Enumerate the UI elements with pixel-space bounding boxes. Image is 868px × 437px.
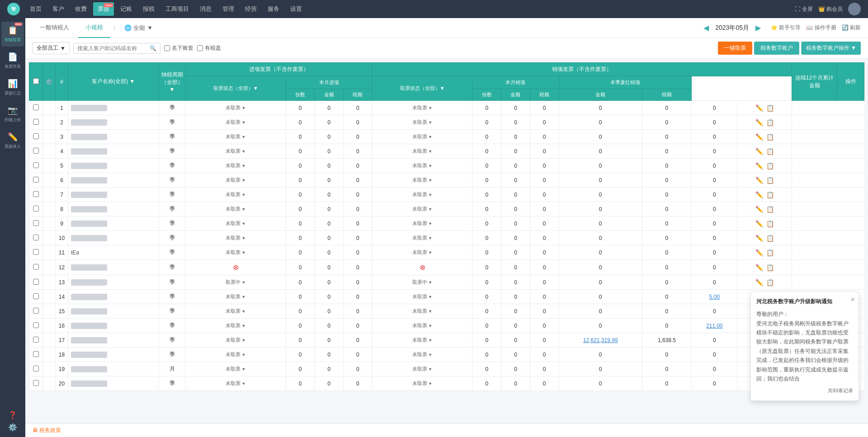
th-settings[interactable]: ⚙️ [43, 63, 56, 101]
row-income-status-cell[interactable]: 未取票 ▼ [186, 348, 286, 362]
row-income-status-cell[interactable]: 未取票 ▼ [186, 290, 286, 304]
row-cumulative-cell[interactable]: 0 [691, 304, 737, 319]
sidebar-item-invoice-entry[interactable]: ✏️ 票据录入 [1, 128, 24, 153]
row-cumulative-cell[interactable]: 0 [691, 101, 737, 115]
edit-btn[interactable]: ✏️ [755, 177, 763, 184]
refresh-btn[interactable]: 🔄 刷新 [842, 24, 861, 32]
nav-ticket[interactable]: 票据 new [93, 2, 114, 16]
copy-btn[interactable]: 📋 [766, 249, 774, 256]
row-sales-status-cell[interactable]: 未取票 ▼ [372, 362, 472, 376]
row-checkbox-cell[interactable] [29, 290, 43, 304]
row-cumulative-cell[interactable]: 0 [691, 115, 737, 130]
row-checkbox[interactable] [33, 308, 39, 314]
client-search-input[interactable] [77, 45, 150, 52]
row-sales-status-cell[interactable]: 未取票 ▼ [372, 202, 472, 216]
row-income-status-cell[interactable]: 未取票 ▼ [186, 188, 286, 202]
row-client-name-cell[interactable] [68, 216, 159, 231]
row-checkbox[interactable] [33, 279, 39, 285]
row-sales-status-cell[interactable]: 未取票 ▼ [372, 348, 472, 362]
row-income-status-cell[interactable]: 取票中 ▼ [186, 275, 286, 290]
sidebar-item-scan-upload[interactable]: 📷 扫描上传 [1, 102, 24, 127]
row-cumulative-cell[interactable]: 0 [691, 144, 737, 159]
row-cumulative-cell[interactable]: 0 [691, 362, 737, 376]
sub-account-checkbox-label[interactable]: 名下账套 [164, 44, 193, 52]
row-client-name-cell[interactable] [68, 304, 159, 319]
row-income-status-cell[interactable]: 未取票 ▼ [186, 202, 286, 216]
tax-policy-link[interactable]: 🏛 税务政策 [33, 427, 61, 434]
copy-btn[interactable]: 📋 [766, 264, 774, 271]
row-client-name-cell[interactable] [68, 290, 159, 304]
row-cumulative-cell[interactable]: 0 [691, 173, 737, 188]
row-checkbox-cell[interactable] [29, 362, 43, 376]
tax-disk-checkbox-label[interactable]: 有税盘 [197, 44, 221, 52]
row-client-name-cell[interactable] [68, 101, 159, 115]
edit-btn[interactable]: ✏️ [755, 148, 763, 155]
row-client-name-cell[interactable] [68, 188, 159, 202]
row-cumulative-cell[interactable]: 0 [691, 216, 737, 231]
row-checkbox-cell[interactable] [29, 275, 43, 290]
sub-account-checkbox[interactable] [164, 45, 170, 51]
staff-selector[interactable]: 全部员工 ▼ [33, 42, 70, 54]
nav-business[interactable]: 工商项目 [161, 2, 193, 16]
row-client-name-cell[interactable] [68, 173, 159, 188]
row-sales-status-cell[interactable]: ⊗ [372, 260, 472, 275]
tab-small-scale[interactable]: 小规模 [78, 18, 110, 38]
period-next-btn[interactable]: ▶ [753, 23, 764, 33]
row-checkbox[interactable] [33, 162, 39, 168]
row-cumulative-cell[interactable]: 0 [691, 376, 737, 391]
row-checkbox[interactable] [33, 206, 39, 211]
row-client-name-cell[interactable] [68, 348, 159, 362]
row-checkbox[interactable] [33, 293, 39, 299]
edit-btn[interactable]: ✏️ [755, 206, 763, 213]
row-client-name-cell[interactable] [68, 275, 159, 290]
row-checkbox[interactable] [33, 235, 39, 240]
row-client-name-cell[interactable] [68, 202, 159, 216]
row-sales-status-cell[interactable]: 未取票 ▼ [372, 304, 472, 319]
cumulative-value[interactable]: 211.00 [706, 323, 723, 329]
row-income-status-cell[interactable]: 未取票 ▼ [186, 115, 286, 130]
row-cumulative-cell[interactable]: 0 [691, 260, 737, 275]
row-sales-status-cell[interactable]: 未取票 ▼ [372, 188, 472, 202]
row-checkbox-cell[interactable] [29, 245, 43, 260]
period-prev-btn[interactable]: ◀ [701, 23, 712, 33]
row-client-name-cell[interactable] [68, 144, 159, 159]
search-icon[interactable]: 🔍 [150, 45, 156, 52]
nav-manage[interactable]: 管理 [218, 2, 239, 16]
copy-btn[interactable]: 📋 [766, 206, 774, 213]
sidebar-help-icon[interactable]: ❓ [6, 409, 19, 421]
row-income-status-cell[interactable]: 未取票 ▼ [186, 245, 286, 260]
row-sales-status-cell[interactable]: 取票中 ▼ [372, 275, 472, 290]
row-checkbox-cell[interactable] [29, 159, 43, 173]
row-client-name-cell[interactable] [68, 260, 159, 275]
row-checkbox[interactable] [33, 264, 39, 270]
row-client-name-cell[interactable] [68, 333, 159, 348]
copy-btn[interactable]: 📋 [766, 191, 774, 198]
sidebar-settings-icon[interactable]: ⚙️ [6, 421, 19, 433]
edit-btn[interactable]: ✏️ [755, 220, 763, 227]
row-checkbox[interactable] [33, 380, 39, 386]
row-checkbox[interactable] [33, 148, 39, 154]
member-btn[interactable]: 👑 购会员 [818, 5, 843, 13]
row-income-status-cell[interactable]: 未取票 ▼ [186, 333, 286, 348]
row-cumulative-cell[interactable]: 0 [691, 159, 737, 173]
row-income-status-cell[interactable]: 未取票 ▼ [186, 216, 286, 231]
row-cumulative-cell[interactable]: 0 [691, 348, 737, 362]
row-cumulative-cell[interactable]: 0 [691, 130, 737, 144]
edit-btn[interactable]: ✏️ [755, 104, 763, 112]
row-cumulative-cell[interactable]: 0 [691, 275, 737, 290]
cumulative-value[interactable]: 5.00 [709, 294, 720, 300]
row-checkbox[interactable] [33, 220, 39, 226]
nav-accounting[interactable]: 记账 [116, 2, 137, 16]
row-income-status-cell[interactable]: ⊗ [186, 260, 286, 275]
tax-disk-checkbox[interactable] [197, 45, 203, 51]
row-income-status-cell[interactable]: 未取票 ▼ [186, 231, 286, 245]
row-sales-status-cell[interactable]: 未取票 ▼ [372, 130, 472, 144]
row-checkbox[interactable] [33, 366, 39, 371]
row-client-name-cell[interactable] [68, 319, 159, 333]
row-checkbox-cell[interactable] [29, 202, 43, 216]
copy-btn[interactable]: 📋 [766, 148, 774, 155]
row-checkbox[interactable] [33, 337, 39, 343]
sidebar-item-invoice-summary[interactable]: 📊 票据汇总 [1, 75, 24, 100]
row-client-name-cell[interactable] [68, 130, 159, 144]
copy-btn[interactable]: 📋 [766, 279, 774, 286]
